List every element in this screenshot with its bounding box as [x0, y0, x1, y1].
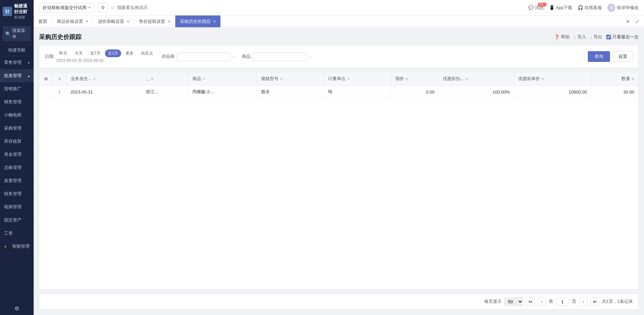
- th-unit[interactable]: 计量单位 ⇅: [324, 72, 391, 85]
- th-quantity-label: 数量: [621, 76, 630, 82]
- sidebar-item-retail[interactable]: 零售管理 ▾: [0, 56, 34, 69]
- th-settings[interactable]: ⚙: [39, 72, 53, 85]
- expand-tab-button[interactable]: ⤢: [633, 18, 641, 26]
- tab-sale-price[interactable]: 售价提取设置 ×: [134, 15, 175, 27]
- th-pre-discount-price[interactable]: 优惠前单价 ⇅: [514, 72, 591, 85]
- sidebar-item-purchase[interactable]: 采购管理: [0, 122, 34, 135]
- export-label: 导出: [594, 34, 602, 40]
- app-download-label: App下载: [556, 5, 572, 11]
- data-table-container: ⚙ # 业务发生... ⇅ ... ⇅: [39, 72, 639, 289]
- settings-icon[interactable]: ⚙: [14, 305, 19, 312]
- th-discount[interactable]: 优惠折扣... ⇅: [439, 72, 514, 85]
- th-date[interactable]: 业务发生... ⇅: [66, 72, 142, 85]
- import-button[interactable]: ↑ 导入: [574, 34, 586, 40]
- sidebar-item-ledger[interactable]: 总账管理: [0, 161, 34, 174]
- export-button[interactable]: ↓ 导出: [590, 34, 603, 40]
- sidebar-item-marketing[interactable]: 营销推广: [0, 82, 34, 96]
- help-button[interactable]: ❓ 帮助: [554, 34, 570, 40]
- close-icon[interactable]: ×: [86, 20, 88, 24]
- sidebar-item-purchase-label: 采购管理: [4, 125, 22, 131]
- th-more[interactable]: ... ⇅: [142, 72, 188, 85]
- sidebar-item-finance-label: 资金管理: [4, 151, 22, 158]
- sidebar-item-sales[interactable]: 销售管理: [0, 96, 34, 109]
- sidebar-item-finance[interactable]: 资金管理: [0, 148, 34, 161]
- table-row[interactable]: 1 2023-05-31 浙江... 丙烯酸-2-... 散水 吨 0.00 1…: [39, 85, 638, 99]
- page-header: 采购历史价跟踪 ❓ 帮助 ↑ 导入 ↓ 导出 只看最后一次: [39, 33, 639, 41]
- close-icon[interactable]: ×: [213, 20, 216, 24]
- tab-price[interactable]: 商品价格设置 ×: [52, 15, 93, 27]
- date-pill-1month[interactable]: 近1月: [105, 49, 121, 57]
- app-download-button[interactable]: 📱 App下载: [549, 5, 572, 11]
- close-icon[interactable]: ×: [127, 20, 129, 24]
- sidebar-item-salary[interactable]: 工资: [0, 227, 34, 240]
- supplier-more-icon[interactable]: ···: [232, 54, 237, 59]
- th-quote[interactable]: 报价 ⇅: [391, 72, 439, 85]
- sidebar-item-ecom-small[interactable]: 小畅电商: [0, 109, 34, 122]
- sort-icon: ⇅: [541, 77, 544, 81]
- query-button[interactable]: 查询: [588, 51, 610, 62]
- tab-home[interactable]: 首页: [34, 15, 52, 27]
- last-only-checkbox-label[interactable]: 只看最后一次: [606, 34, 639, 40]
- demo-link[interactable]: ▷ 我要看实例演示: [112, 5, 148, 11]
- per-page-select[interactable]: 10 20 50 100: [504, 298, 523, 306]
- page-input[interactable]: [556, 298, 569, 306]
- filter-settings-button[interactable]: 设置: [613, 51, 633, 62]
- th-spec[interactable]: 规格型号 ⇅: [257, 72, 324, 85]
- sidebar-item-tax[interactable]: 税务管理: [0, 187, 34, 201]
- tab-history[interactable]: 采购历史价跟踪 ×: [175, 15, 221, 27]
- sort-icon: ⇅: [280, 77, 283, 81]
- chevron-down-icon: ▾: [28, 61, 30, 65]
- th-quantity[interactable]: 数量 ⇅: [591, 72, 638, 85]
- row-discount-cell: 100.00%: [439, 85, 514, 99]
- tab-strategy[interactable]: 进价策略设置 ×: [93, 15, 134, 27]
- th-product[interactable]: 商品 ⇅: [188, 72, 257, 85]
- online-service-button[interactable]: 🎧 在线客服: [578, 5, 602, 11]
- date-pill-today[interactable]: 今天: [72, 49, 86, 57]
- date-filter-group: 日期 昨天 今天 近7天 近1月 更多 自定义 2023-05-02 至 202…: [45, 49, 156, 64]
- sort-icon: ⇅: [405, 77, 408, 81]
- date-pill-custom[interactable]: 自定义: [138, 49, 156, 57]
- sidebar-item-wholesale[interactable]: 批发管理 ▴: [0, 69, 34, 82]
- th-spec-label: 规格型号: [261, 76, 279, 82]
- sidebar-item-inventory[interactable]: 库存核算: [0, 135, 34, 148]
- supplier-filter-label: 供应商: [162, 54, 175, 60]
- sidebar-item-invoice[interactable]: 发票管理: [0, 174, 34, 187]
- last-page-button[interactable]: ⏭: [591, 297, 599, 306]
- date-pill-7days[interactable]: 近7天: [87, 49, 104, 57]
- sidebar-item-assets-label: 固定资产: [4, 217, 22, 223]
- last-only-checkbox[interactable]: [606, 35, 611, 39]
- sidebar-item-ecom[interactable]: 电商管理: [0, 201, 34, 214]
- main-area: 好业财标准版交付试用 ▾ ⚙ ▷ 我要看实例演示 💬 消息 99+ 📱 App下…: [34, 0, 644, 315]
- sort-icon: ⇅: [347, 77, 350, 81]
- product-filter-label: 商品: [242, 54, 251, 60]
- table-body: 1 2023-05-31 浙江... 丙烯酸-2-... 散水 吨 0.00 1…: [39, 85, 638, 99]
- close-tab-button[interactable]: ✕: [624, 18, 632, 26]
- topbar-settings-button[interactable]: ⚙: [98, 3, 108, 12]
- tab-sale-price-label: 售价提取设置: [139, 19, 165, 25]
- topbar: 好业财标准版交付试用 ▾ ⚙ ▷ 我要看实例演示 💬 消息 99+ 📱 App下…: [34, 0, 644, 15]
- sidebar-item-smart[interactable]: ● 智能管理: [0, 240, 34, 253]
- user-profile-button[interactable]: 徐 徐泽华修改: [607, 4, 639, 12]
- product-more-icon[interactable]: ···: [309, 54, 313, 59]
- supplier-input[interactable]: [177, 53, 230, 61]
- product-input[interactable]: [253, 53, 307, 61]
- date-pill-yesterday[interactable]: 昨天: [56, 49, 70, 57]
- tab-home-label: 首页: [38, 19, 47, 25]
- pagination: 每页显示 10 20 50 100 ⏮ ‹ 第 页 › ⏭ 共1页，1条记录: [39, 293, 639, 310]
- prev-page-button[interactable]: ‹: [537, 297, 546, 306]
- question-icon: ❓: [554, 35, 560, 40]
- version-selector[interactable]: 好业财标准版交付试用 ▾: [39, 3, 94, 12]
- first-page-button[interactable]: ⏮: [526, 297, 535, 306]
- sidebar-shortcut-nav[interactable]: 快捷导航: [0, 44, 34, 56]
- next-page-button[interactable]: ›: [579, 297, 588, 306]
- sidebar-item-assets[interactable]: 固定资产: [0, 214, 34, 227]
- sidebar-search-area[interactable]: 🔍 搜索菜单: [0, 23, 34, 44]
- messages-button[interactable]: 💬 消息 99+: [528, 5, 544, 11]
- import-icon: ↑: [574, 35, 576, 40]
- close-icon[interactable]: ×: [168, 20, 170, 24]
- search-menu-button[interactable]: 🔍 搜索菜单: [3, 26, 31, 41]
- per-page-label: 每页显示: [484, 299, 502, 305]
- date-pill-more[interactable]: 更多: [122, 49, 137, 57]
- logo-title: 畅捷通好业财: [14, 3, 31, 15]
- sidebar-item-ecom-small-label: 小畅电商: [4, 112, 22, 118]
